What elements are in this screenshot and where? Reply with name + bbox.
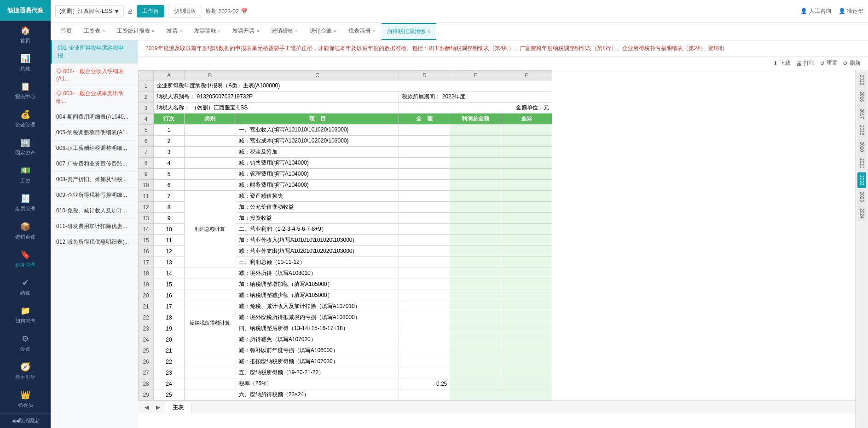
sidebar-item-archive[interactable]: 📁 归档管理 [0, 301, 51, 329]
left-panel-item-005[interactable]: 005-纳税调整项目明细表(A1... [51, 125, 138, 141]
unpin-button[interactable]: ◀◀ 取消固定 [0, 413, 51, 428]
sidebar-item-invoice[interactable]: 🧾 发票管理 [0, 189, 51, 217]
print-icon[interactable]: 🖨 [127, 8, 133, 15]
close-tab-trade-ledger[interactable]: × [334, 29, 336, 34]
left-panel-item-012[interactable]: 012-减免所得税优惠明细表(... [51, 234, 138, 250]
close-tab-invoice[interactable]: × [179, 29, 182, 34]
close-tab-tax-clear[interactable]: × [372, 29, 375, 34]
calendar-icon[interactable]: 📅 [241, 8, 248, 15]
left-panel: 001-企业所得税年度纳税申报... ◎ 002-一般企业收入明细表(A1...… [51, 40, 138, 428]
refresh-button[interactable]: ⟳ 刷新 [843, 59, 861, 67]
pin-icon: ◀◀ [12, 418, 19, 424]
sidebar-item-reports[interactable]: 📋 报表中心 [0, 77, 51, 105]
tab-salary[interactable]: 工资表 × [78, 23, 110, 40]
close-tab-invoice-open[interactable]: × [256, 29, 259, 34]
sidebar-item-assets[interactable]: 🏢 固定资产 [0, 133, 51, 161]
sheet-table: A B C D E F 1 [138, 70, 552, 400]
left-panel-item-001[interactable]: 001-企业所得税年度纳税申报... [51, 40, 138, 64]
tab-home[interactable]: 首页 [55, 23, 77, 40]
reset-button[interactable]: ↺ 重置 [820, 59, 838, 67]
year-2022[interactable]: 2022 [857, 172, 866, 188]
year-2017[interactable]: 2017 [857, 106, 866, 121]
guide-icon: 🧭 [20, 362, 30, 372]
header-rownum: 行次 [154, 114, 185, 125]
left-panel-item-009[interactable]: 009-企业所得税补亏损明细... [51, 188, 138, 203]
sidebar-item-close[interactable]: ✔ 结账 [0, 273, 51, 301]
left-panel-item-010[interactable]: 010-免税、减计收入及加计... [51, 203, 138, 219]
company-selector[interactable]: (勿删）江西服宝-LSS ▼ [55, 5, 124, 17]
col-E: E [450, 71, 501, 80]
table-row: 8 4 减：销售费用(填写A104000) [139, 158, 552, 169]
workarea-button[interactable]: 工作台 [137, 5, 164, 17]
print-button[interactable]: 🖨 打印 [796, 59, 815, 67]
left-panel-item-004[interactable]: 004-期间费用明细表(A1040... [51, 109, 138, 125]
sheet-tab-main[interactable]: 主表 [165, 402, 191, 413]
home-icon: 🏠 [20, 25, 30, 35]
tax-icon: 🔖 [20, 250, 30, 260]
year-2018[interactable]: 2018 [857, 122, 866, 138]
content: 001-企业所得税年度纳税申报... ◎ 002-一般企业收入明细表(A1...… [51, 40, 868, 428]
year-2024[interactable]: 2024 [857, 205, 866, 221]
taxpayer-id-row: 2 纳税人识别号： 91320500703719732P 税款所属期间： 202… [139, 91, 552, 103]
left-panel-item-003[interactable]: ◎ 003-一般企业成本支出明细... [51, 86, 138, 109]
tab-invoice[interactable]: 发票 × [161, 23, 188, 40]
tab-salary-stats[interactable]: 工资统计报表 × [111, 23, 160, 40]
close-tab-trade-check[interactable]: × [295, 29, 298, 34]
close-tab-invoice-calc[interactable]: × [218, 29, 221, 34]
tab-trade-check[interactable]: 进销稽核 × [266, 23, 303, 40]
corner-cell [139, 71, 154, 80]
tab-invoice-open[interactable]: 发票开票 × [227, 23, 265, 40]
finance-icon: 💰 [20, 109, 30, 120]
sidebar-item-guide[interactable]: 🧭 新手引导 [0, 357, 51, 385]
sheet-nav-left[interactable]: ◀ [142, 403, 151, 411]
reset-icon: ↺ [820, 60, 825, 67]
table-row: 11 7 利润总额计算 减：资产减值损失 [139, 191, 552, 202]
col-B: B [184, 71, 236, 80]
left-panel-item-008[interactable]: 008-资产折旧、摊销及纳税... [51, 172, 138, 188]
tab-tax-clear[interactable]: 税表清册 × [343, 23, 381, 40]
ledger-icon: 📊 [20, 53, 30, 63]
sidebar-item-tax[interactable]: 🔖 税务管理 [0, 245, 51, 273]
tabbar: 首页 工资表 × 工资统计报表 × 发票 × 发票算账 × 发票开票 × 进销稽… [51, 23, 868, 40]
sheet-nav-right[interactable]: ▶ [153, 403, 163, 411]
close-tab-salary-stats[interactable]: × [152, 29, 155, 34]
header-amount: 全 额 [399, 114, 450, 125]
year-2019[interactable]: 2019 [857, 72, 866, 88]
invoice-icon: 🧾 [20, 194, 30, 204]
left-panel-item-006[interactable]: 006-职工薪酬纳税调整明细... [51, 141, 138, 156]
col-label-row: 4 行次 类别 项 目 全 额 利润总全额 差异 [139, 114, 552, 125]
user-service[interactable]: 👤 人工咨询 [800, 7, 831, 15]
sidebar-item-home[interactable]: 🏠 首页 [0, 21, 51, 49]
year-2023[interactable]: 2023 [857, 189, 866, 205]
left-panel-item-011[interactable]: 011-研发费用加计扣除优惠... [51, 219, 138, 234]
table-row: 7 3 减：税金及附加 [139, 147, 552, 158]
sidebar-item-settings[interactable]: ⚙ 设置 [0, 329, 51, 357]
sidebar-item-salary[interactable]: 💵 工资 [0, 161, 51, 189]
left-panel-item-002[interactable]: ◎ 002-一般企业收入明细表(A1... [51, 64, 138, 86]
close-tab-salary[interactable]: × [102, 29, 105, 34]
sidebar-item-finance[interactable]: 💰 资金管理 [0, 105, 51, 133]
topbar-right: 👤 人工咨询 👤 徐运华 [800, 7, 863, 15]
left-panel-item-007[interactable]: 007-广告费和业务宣传费跨... [51, 156, 138, 172]
sheet-container[interactable]: A B C D E F 1 [138, 70, 855, 428]
table-row: 20 16 减：纳税调整减少额（填写A105000） [139, 290, 552, 301]
sidebar-item-ledger[interactable]: 📊 总账 [0, 49, 51, 77]
sidebar-item-member[interactable]: 👑 畅会员 [0, 385, 51, 413]
refresh-icon: ⟳ [843, 60, 848, 67]
close-tab-tax-settle[interactable]: × [428, 29, 430, 34]
table-row: 9 5 减：管理费用(填写A104000) [139, 169, 552, 180]
year-2020[interactable]: 2020 [857, 139, 866, 154]
year-2016[interactable]: 2016 [857, 89, 866, 104]
year-sidebar: 2019 2016 2017 2018 2020 2021 2022 2023 … [855, 70, 868, 428]
table-row: 6 2 减：营业成本(填写A102010\102020\103000) [139, 136, 552, 147]
tab-trade-ledger[interactable]: 进销台账 × [304, 23, 342, 40]
tab-invoice-calc[interactable]: 发票算账 × [189, 23, 226, 40]
table-row: 26 22 减：抵扣应纳税所得额（填写A107030） [139, 356, 552, 367]
trade-icon: 📦 [20, 222, 30, 232]
col-D: D [399, 71, 450, 80]
year-2021[interactable]: 2021 [857, 155, 866, 171]
download-button[interactable]: ⬇ 下载 [773, 59, 791, 67]
tab-tax-settle[interactable]: 所得税汇算清缴 × [382, 23, 436, 40]
switch-view-button[interactable]: 切到旧版 [168, 5, 202, 18]
sidebar-item-trade[interactable]: 📦 进销台账 [0, 217, 51, 245]
